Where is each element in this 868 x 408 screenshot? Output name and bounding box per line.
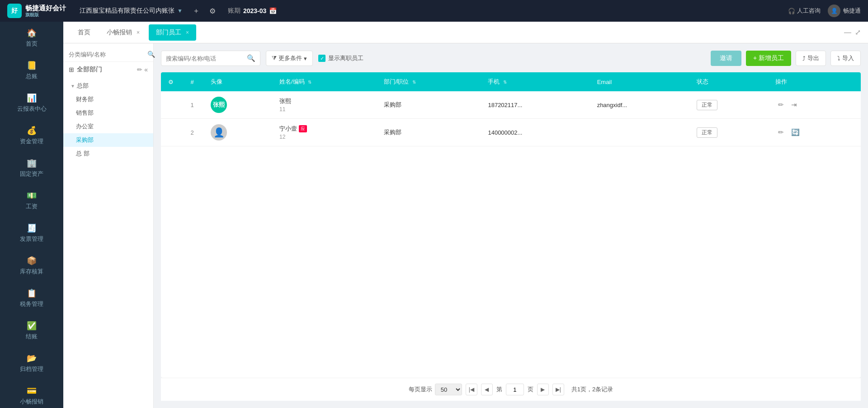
- avatar-person-icon: 👤: [213, 127, 225, 138]
- sidebar-item-asset[interactable]: 🏢 固定资产: [0, 152, 63, 184]
- page-next-button[interactable]: ▶: [537, 384, 549, 395]
- search-input[interactable]: [166, 55, 247, 62]
- col-avatar: 头像: [203, 72, 272, 91]
- sidebar-item-inventory[interactable]: 📦 库存核算: [0, 249, 63, 282]
- period-value: 2023-03: [243, 7, 266, 14]
- invite-button[interactable]: 邀请: [711, 51, 741, 66]
- cell-email-2: [590, 119, 689, 146]
- calendar-icon: 📅: [269, 7, 277, 14]
- export-label: 导出: [807, 54, 819, 62]
- dept-grid-icon: ⊞: [69, 66, 74, 73]
- dept-item-sales[interactable]: 销售部: [63, 106, 153, 120]
- export-button[interactable]: ⤴ 导出: [796, 51, 826, 66]
- dept-item-purchase[interactable]: 采购部: [63, 133, 153, 147]
- sidebar: 🏠 首页 📒 总账 📊 云报表中心 💰 资金管理 🏢 固定资产 💵 工资 🧾 发…: [0, 22, 63, 408]
- sidebar-item-payroll[interactable]: 💵 工资: [0, 184, 63, 217]
- tab-dept[interactable]: 部门员工 ×: [149, 24, 196, 41]
- search-wrap: 🔍: [161, 51, 260, 66]
- sidebar-item-label: 总账: [26, 72, 38, 80]
- export-icon: ⤴: [802, 55, 806, 62]
- name-code-1: 张熙 11: [279, 97, 369, 113]
- user-avatar: 👤: [828, 5, 840, 17]
- sidebar-item-general[interactable]: 📒 总账: [0, 54, 63, 87]
- name-code-2: 宁小壹 应 12: [279, 125, 369, 140]
- expense-icon: 💳: [27, 386, 37, 396]
- logout-button-1[interactable]: ⇥: [788, 100, 800, 110]
- page-label: 第: [496, 385, 502, 394]
- report-icon: 📊: [27, 93, 37, 103]
- sidebar-item-invoice[interactable]: 🧾 发票管理: [0, 217, 63, 249]
- sort-phone-icon: ⇅: [503, 80, 507, 84]
- tab-controls: — ⤢: [844, 28, 861, 37]
- archive-icon: 📂: [27, 353, 37, 363]
- per-page-label: 每页显示: [409, 385, 432, 394]
- avatar-1: 张熙: [211, 97, 227, 113]
- dept-item-finance[interactable]: 财务部: [63, 93, 153, 106]
- dept-search-input[interactable]: [69, 51, 145, 58]
- tab-home[interactable]: 首页: [71, 24, 98, 41]
- dept-edit-button[interactable]: ✏: [137, 66, 142, 73]
- page-last-button[interactable]: ▶|: [552, 384, 564, 395]
- edit-button-1[interactable]: ✏: [775, 100, 787, 110]
- period-area[interactable]: 账期 2023-03 📅: [228, 7, 277, 15]
- add-button[interactable]: ＋: [190, 5, 203, 17]
- tab-expense[interactable]: 小畅报销 ×: [99, 24, 147, 41]
- edit-button-2[interactable]: ✏: [775, 127, 787, 137]
- company-selector[interactable]: 江西服宝精品有限责任公司内账张 ▼: [80, 7, 183, 15]
- settings-button[interactable]: ⚙: [206, 5, 219, 17]
- page-first-button[interactable]: |◀: [466, 384, 477, 395]
- sidebar-item-archive[interactable]: 📂 归档管理: [0, 347, 63, 380]
- show-resigned-checkbox[interactable]: ✓ 显示离职员工: [318, 54, 363, 62]
- top-header: 好 畅捷通好会计 旗舰版 江西服宝精品有限责任公司内账张 ▼ ＋ ⚙ 账期 20…: [0, 0, 868, 22]
- cell-ops-1: ✏ ⇥: [768, 91, 861, 119]
- search-button[interactable]: 🔍: [247, 54, 255, 62]
- sidebar-item-expense[interactable]: 💳 小畅报销: [0, 380, 63, 408]
- main-layout: 🏠 首页 📒 总账 📊 云报表中心 💰 资金管理 🏢 固定资产 💵 工资 🧾 发…: [0, 22, 868, 408]
- sidebar-item-label: 归档管理: [20, 365, 43, 373]
- sidebar-item-fund[interactable]: 💰 资金管理: [0, 119, 63, 152]
- sidebar-item-settle[interactable]: ✅ 结账: [0, 314, 63, 347]
- cell-settings-2: [161, 119, 181, 146]
- show-resigned-label: 显示离职员工: [328, 54, 363, 62]
- tab-expense-close[interactable]: ×: [137, 29, 140, 36]
- pagination: 每页显示 50 10 20 100 |◀ ◀ 第 页 ▶ ▶|: [161, 378, 861, 401]
- cell-name-1: 张熙 11: [272, 91, 377, 119]
- tab-dept-close[interactable]: ×: [186, 29, 189, 36]
- filter-arrow-icon: ▾: [304, 55, 307, 62]
- page-body: 🔍 ⊞ 全部部门 ✏ « ▼ 总部 财务: [63, 43, 868, 408]
- user-area[interactable]: 👤 畅捷通: [828, 5, 861, 17]
- sidebar-item-tax[interactable]: 📋 税务管理: [0, 282, 63, 314]
- inventory-icon: 📦: [27, 256, 37, 266]
- col-status: 状态: [689, 72, 768, 91]
- sidebar-item-home[interactable]: 🏠 首页: [0, 22, 63, 54]
- service-button[interactable]: 🎧 人工咨询: [788, 7, 821, 15]
- tax-icon: 📋: [27, 288, 37, 298]
- sidebar-item-report[interactable]: 📊 云报表中心: [0, 87, 63, 119]
- col-name[interactable]: 姓名/编码 ⇅: [272, 72, 377, 91]
- refresh-button-2[interactable]: 🔄: [788, 127, 802, 137]
- filter-button[interactable]: ⧩ 更多条件 ▾: [266, 51, 313, 66]
- per-page-select[interactable]: 50 10 20 100: [435, 384, 462, 395]
- dept-all-header[interactable]: ⊞ 全部部门 ✏ «: [63, 62, 153, 77]
- app-version: 旗舰版: [25, 12, 66, 18]
- tab-minimize-button[interactable]: —: [844, 28, 851, 37]
- dept-tree: ▼ 总部 财务部 销售部 办公室 采购部 总 部: [63, 77, 153, 166]
- cell-name-2: 宁小壹 应 12: [272, 119, 377, 146]
- dept-collapse-button[interactable]: «: [144, 66, 148, 73]
- dept-group-label-hq[interactable]: ▼ 总部: [63, 79, 153, 93]
- col-phone[interactable]: 手机 ⇅: [481, 72, 590, 91]
- page-input[interactable]: [506, 384, 524, 395]
- cell-num-1: 1: [181, 91, 203, 119]
- col-settings[interactable]: ⚙: [161, 72, 181, 91]
- col-dept[interactable]: 部门/职位 ⇅: [377, 72, 481, 91]
- header-right: 🎧 人工咨询 👤 畅捷通: [788, 5, 861, 17]
- dept-item-office[interactable]: 办公室: [63, 120, 153, 133]
- tab-maximize-button[interactable]: ⤢: [855, 28, 861, 37]
- add-employee-button[interactable]: + 新增员工: [746, 51, 791, 66]
- cell-dept-1: 采购部: [377, 91, 481, 119]
- import-button[interactable]: ⤵ 导入: [830, 51, 861, 66]
- payroll-icon: 💵: [27, 191, 37, 201]
- page-prev-button[interactable]: ◀: [481, 384, 493, 395]
- dept-item-hq[interactable]: 总 部: [63, 147, 153, 160]
- fund-icon: 💰: [27, 126, 37, 136]
